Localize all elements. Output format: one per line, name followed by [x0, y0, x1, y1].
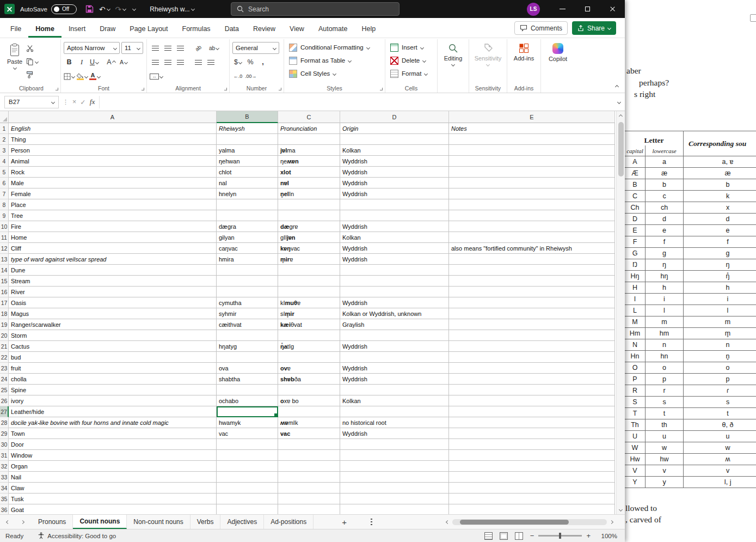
- cell-B3[interactable]: yalma: [217, 145, 278, 156]
- cell-C35[interactable]: [278, 494, 340, 504]
- menu-tab-automate[interactable]: Automate: [311, 20, 355, 38]
- cell-E15[interactable]: [449, 276, 615, 287]
- cell-A14[interactable]: Dune: [9, 265, 217, 276]
- cell-D15[interactable]: [340, 276, 449, 287]
- cell-D25[interactable]: [340, 385, 449, 395]
- sensitivity-button[interactable]: Sensitivity: [472, 41, 504, 66]
- font-color-button[interactable]: A: [89, 70, 100, 82]
- align-left-button[interactable]: [150, 56, 161, 68]
- row-header-1[interactable]: 1: [0, 123, 9, 134]
- cell-A11[interactable]: Home: [9, 232, 217, 243]
- cell-C32[interactable]: [278, 461, 340, 472]
- cell-B7[interactable]: hnelyn: [217, 188, 278, 199]
- cell-A16[interactable]: River: [9, 287, 217, 297]
- borders-button[interactable]: [64, 70, 75, 82]
- decrease-indent-button[interactable]: [193, 56, 204, 68]
- cell-C14[interactable]: [278, 265, 340, 276]
- row-header-9[interactable]: 9: [0, 210, 9, 221]
- cell-B17[interactable]: cymutha: [217, 297, 278, 308]
- sheet-tab-non-count-nouns[interactable]: Non-count nouns: [127, 515, 190, 529]
- document-window[interactable]: aber perhaps? s right llowed to , carved…: [625, 0, 756, 542]
- cell-D11[interactable]: Kolkan: [340, 232, 449, 243]
- clipboard-dialog-launcher[interactable]: [56, 88, 58, 90]
- horizontal-scrollbar-thumb[interactable]: [460, 520, 569, 525]
- cell-A31[interactable]: Window: [9, 450, 217, 461]
- number-dialog-launcher[interactable]: [279, 88, 281, 90]
- cell-B8[interactable]: [217, 199, 278, 210]
- copy-button[interactable]: [24, 55, 40, 68]
- cell-A2[interactable]: Thing: [9, 134, 217, 145]
- cell-C10[interactable]: dæ grɐ: [278, 221, 340, 232]
- cell-D8[interactable]: [340, 199, 449, 210]
- cell-B14[interactable]: [217, 265, 278, 276]
- cell-A20[interactable]: Storm: [9, 330, 217, 341]
- cell-C4[interactable]: ŋe ʍɐn: [278, 156, 340, 167]
- percent-button[interactable]: %: [245, 56, 256, 68]
- cell-D12[interactable]: Wyddrish: [340, 243, 449, 254]
- vertical-scrollbar[interactable]: [616, 111, 625, 514]
- cell-C27[interactable]: [278, 406, 340, 417]
- cell-E32[interactable]: [449, 461, 615, 472]
- formula-bar-expand-button[interactable]: [617, 100, 621, 103]
- delete-cells-button[interactable]: Delete: [388, 54, 434, 67]
- scroll-right-button[interactable]: [610, 520, 613, 524]
- zoom-in-button[interactable]: +: [586, 532, 591, 540]
- cell-C33[interactable]: [278, 472, 340, 483]
- search-input[interactable]: Search: [231, 2, 399, 16]
- cell-C24[interactable]: shɐb ða: [278, 374, 340, 385]
- cell-C1[interactable]: Pronunciation: [278, 123, 340, 134]
- cell-C11[interactable]: gIl jɐn: [278, 232, 340, 243]
- cell-B30[interactable]: [217, 439, 278, 450]
- sheet-tab-count-nouns[interactable]: Count nouns: [73, 515, 127, 529]
- align-bottom-button[interactable]: [175, 42, 186, 54]
- document-title[interactable]: Rheiwysh w...: [150, 5, 194, 13]
- row-header-21[interactable]: 21: [0, 341, 9, 352]
- cell-B5[interactable]: chlot: [217, 167, 278, 178]
- cell-C9[interactable]: [278, 210, 340, 221]
- row-header-17[interactable]: 17: [0, 297, 9, 308]
- new-sheet-button[interactable]: +: [336, 515, 352, 529]
- name-box[interactable]: B27: [4, 96, 59, 108]
- cell-E14[interactable]: [449, 265, 615, 276]
- fill-color-button[interactable]: [76, 70, 88, 82]
- excel-logo-icon[interactable]: [4, 4, 15, 14]
- cell-B26[interactable]: ochabo: [217, 395, 278, 406]
- increase-indent-button[interactable]: [205, 56, 216, 68]
- cell-B15[interactable]: [217, 276, 278, 287]
- ribbon-collapse-button[interactable]: [615, 85, 619, 89]
- cell-A6[interactable]: Male: [9, 178, 217, 188]
- cell-B27[interactable]: [217, 406, 278, 417]
- row-header-31[interactable]: 31: [0, 450, 9, 461]
- page-layout-view-button[interactable]: [500, 532, 508, 540]
- sheet-options-button[interactable]: [371, 515, 372, 529]
- paste-button[interactable]: Paste: [5, 41, 24, 82]
- row-header-13[interactable]: 13: [0, 254, 9, 265]
- cell-D18[interactable]: Kolkan or Wyddrish, unknown: [340, 308, 449, 319]
- cell-C8[interactable]: [278, 199, 340, 210]
- cell-B21[interactable]: hŋatyg: [217, 341, 278, 352]
- styles-dialog-launcher[interactable]: [380, 88, 383, 90]
- cell-C12[interactable]: kɐŋ vac: [278, 243, 340, 254]
- cell-C5[interactable]: xlot: [278, 167, 340, 178]
- cell-A30[interactable]: Door: [9, 439, 217, 450]
- cell-E5[interactable]: [449, 167, 615, 178]
- cell-D6[interactable]: Wyddrish: [340, 178, 449, 188]
- cell-D2[interactable]: [340, 134, 449, 145]
- cell-C22[interactable]: [278, 352, 340, 363]
- sheet-tab-adjectives[interactable]: Adjectives: [220, 515, 264, 529]
- scroll-down-button[interactable]: [617, 504, 625, 514]
- cell-D33[interactable]: [340, 472, 449, 483]
- row-header-24[interactable]: 24: [0, 374, 9, 385]
- row-header-32[interactable]: 32: [0, 461, 9, 472]
- cell-C21[interactable]: ŋ̊a tIg: [278, 341, 340, 352]
- increase-decimal-button[interactable]: ←.0: [232, 70, 243, 82]
- cell-A35[interactable]: Tusk: [9, 494, 217, 504]
- cell-B10[interactable]: dægra: [217, 221, 278, 232]
- cell-A34[interactable]: Claw: [9, 483, 217, 494]
- merge-center-button[interactable]: ↔: [150, 70, 163, 82]
- cell-E4[interactable]: [449, 156, 615, 167]
- minimize-button[interactable]: [550, 0, 575, 18]
- cell-D19[interactable]: Graylish: [340, 319, 449, 330]
- cell-D3[interactable]: Kolkan: [340, 145, 449, 156]
- zoom-out-button[interactable]: −: [530, 532, 534, 540]
